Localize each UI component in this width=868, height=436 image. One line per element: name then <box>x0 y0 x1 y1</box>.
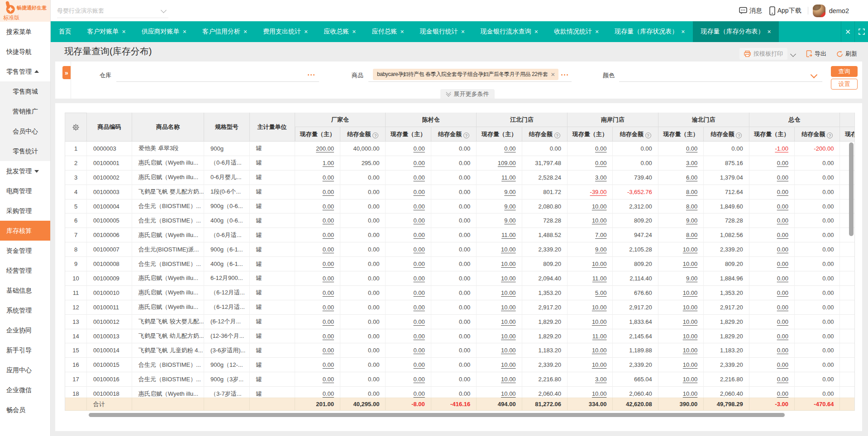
help-circle-icon[interactable]: ? <box>736 133 742 138</box>
close-all-tabs-button[interactable]: × <box>841 21 854 42</box>
chevron-down-icon[interactable] <box>791 51 796 56</box>
product-tag[interactable]: babycare孕妇待产包 春季入院全套母子组合孕妇产后冬季月子用品 22件套 … <box>373 69 558 80</box>
qty-link[interactable]: 3.00 <box>595 174 606 181</box>
column-header[interactable]: 主计量单位 <box>250 113 295 142</box>
qty-link[interactable]: 0.00 <box>777 160 788 166</box>
qty-link[interactable]: 10.00 <box>592 261 607 267</box>
qty-link[interactable]: 10.00 <box>683 261 698 267</box>
qty-link[interactable]: 109.00 <box>498 160 516 166</box>
expand-more-conditions-button[interactable]: 展开更多条件 <box>440 89 495 99</box>
qty-link[interactable]: 0.00 <box>777 174 788 181</box>
help-circle-icon[interactable]: ? <box>554 133 560 138</box>
qty-link[interactable]: 0.00 <box>777 304 788 311</box>
help-circle-icon[interactable]: ? <box>463 133 469 138</box>
qty-link[interactable]: 0.00 <box>323 376 334 383</box>
product-more-icon[interactable] <box>561 74 568 76</box>
qty-subheader[interactable]: 现存量（主） <box>840 127 855 142</box>
qty-subheader[interactable]: 现存量（主） <box>568 127 613 142</box>
qty-link[interactable]: 0.00 <box>413 289 424 296</box>
sidebar-item-system-management[interactable]: 系统管理 <box>0 300 50 320</box>
qty-link[interactable]: 10.00 <box>683 246 698 253</box>
refresh-button[interactable]: 刷新 <box>836 50 857 58</box>
tab-close-icon[interactable]: × <box>400 28 404 35</box>
sidebar-item-wholesale-management[interactable]: 批发管理 <box>0 161 50 181</box>
qty-link[interactable]: 11.00 <box>592 275 607 282</box>
qty-link[interactable]: 0.00 <box>413 376 424 383</box>
qty-link[interactable]: 0.00 <box>413 232 424 238</box>
tab-现存量（库存分布表）[interactable]: 现存量（库存分布表）× <box>693 21 779 42</box>
qty-link[interactable]: 0.00 <box>413 160 424 166</box>
qty-link[interactable]: 0.00 <box>413 246 424 253</box>
qty-link[interactable]: 0.00 <box>777 232 788 238</box>
help-circle-icon[interactable]: ? <box>645 133 651 138</box>
qty-link[interactable]: 0.00 <box>323 203 334 210</box>
qty-link[interactable]: 11.00 <box>501 174 516 181</box>
search-button[interactable]: 查询 <box>831 66 858 77</box>
tab-供应商对账单[interactable]: 供应商对账单× <box>134 21 194 42</box>
sidebar-item-enterprise-collab[interactable]: 企业协同 <box>0 320 50 340</box>
qty-link[interactable]: 10.00 <box>501 333 516 340</box>
qty-link[interactable]: 0.00 <box>777 318 788 325</box>
sidebar-item-app-center[interactable]: 应用中心 <box>0 360 50 380</box>
qty-link[interactable]: 10.00 <box>592 217 607 224</box>
sidebar-item-enterprise-wechat[interactable]: 企业微信 <box>0 380 50 400</box>
qty-link[interactable]: 0.00 <box>595 145 606 152</box>
help-circle-icon[interactable]: ? <box>372 133 378 138</box>
qty-subheader[interactable]: 现存量（主） <box>295 127 340 142</box>
tab-close-icon[interactable]: × <box>595 28 599 35</box>
sidebar-item-retail-mall[interactable]: 零售商城 <box>0 81 50 101</box>
qty-subheader[interactable]: 现存量（主） <box>658 127 704 142</box>
qty-link[interactable]: 5.00 <box>595 289 606 296</box>
qty-link[interactable]: 0.00 <box>777 333 788 340</box>
qty-subheader[interactable]: 现存量（主） <box>749 127 795 142</box>
qty-link[interactable]: 0.00 <box>323 347 334 354</box>
qty-link[interactable]: 0.00 <box>323 246 334 253</box>
fullscreen-button[interactable] <box>854 21 868 42</box>
qty-link[interactable]: 0.00 <box>413 203 424 210</box>
sidebar-item-funds-management[interactable]: 资金管理 <box>0 241 50 261</box>
qty-link[interactable]: 9.00 <box>686 275 697 282</box>
sidebar-item-member-center[interactable]: 会员中心 <box>0 121 50 141</box>
qty-link[interactable]: -39.00 <box>590 189 607 195</box>
vertical-scrollbar[interactable] <box>849 142 854 236</box>
settings-button[interactable]: 设置 <box>831 79 858 90</box>
column-header[interactable]: 规格型号 <box>204 113 250 142</box>
help-circle-icon[interactable]: ? <box>827 133 833 138</box>
tab-close-icon[interactable]: × <box>461 28 465 35</box>
qty-link[interactable]: 10.00 <box>683 304 698 311</box>
qty-link[interactable]: 7.00 <box>595 232 606 238</box>
tab-close-icon[interactable]: × <box>183 28 186 35</box>
qty-link[interactable]: 10.00 <box>592 304 607 311</box>
qty-link[interactable]: 8.00 <box>686 203 697 210</box>
qty-link[interactable]: 0.00 <box>777 217 788 224</box>
qty-link[interactable]: 9.00 <box>686 217 697 224</box>
qty-link[interactable]: 10.00 <box>592 390 607 397</box>
qty-link[interactable]: 11.00 <box>501 232 516 238</box>
qty-link[interactable]: 10.00 <box>683 347 698 354</box>
messages-button[interactable]: 消息 <box>739 7 762 15</box>
tag-close-icon[interactable]: ✕ <box>551 71 555 78</box>
sidebar-item-quick-nav[interactable]: 快捷导航 <box>0 42 50 62</box>
export-button[interactable]: 导出 <box>806 50 826 58</box>
qty-link[interactable]: 0.00 <box>323 232 334 238</box>
qty-link[interactable]: 0.00 <box>323 275 334 282</box>
qty-link[interactable]: -1.00 <box>775 145 788 152</box>
qty-link[interactable]: 0.00 <box>777 289 788 296</box>
qty-link[interactable]: 10.00 <box>592 347 607 354</box>
qty-link[interactable]: 0.00 <box>777 361 788 368</box>
tab-close-icon[interactable]: × <box>122 28 126 35</box>
qty-link[interactable]: 0.00 <box>323 361 334 368</box>
qty-link[interactable]: 0.00 <box>413 318 424 325</box>
qty-link[interactable]: 10.00 <box>501 275 516 282</box>
sidebar-item-basic-info[interactable]: 基础信息 <box>0 280 50 300</box>
warehouse-more-icon[interactable] <box>308 74 315 76</box>
qty-link[interactable]: 10.00 <box>592 318 607 325</box>
tab-应付总账[interactable]: 应付总账× <box>364 21 412 42</box>
qty-link[interactable]: 0.00 <box>323 390 334 397</box>
qty-link[interactable]: 0.00 <box>323 289 334 296</box>
qty-link[interactable]: 0.00 <box>323 217 334 224</box>
qty-link[interactable]: 3.00 <box>686 160 697 166</box>
tab-close-icon[interactable]: × <box>304 28 308 35</box>
qty-link[interactable]: 11.00 <box>592 333 607 340</box>
qty-link[interactable]: 10.00 <box>501 304 516 311</box>
